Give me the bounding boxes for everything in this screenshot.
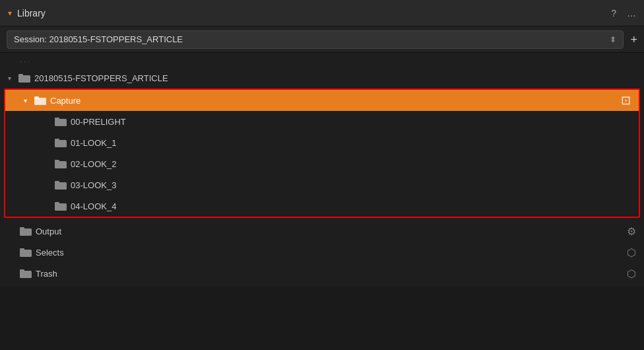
help-button[interactable]: ?: [611, 8, 616, 18]
svg-rect-3: [34, 96, 39, 99]
subfolder-label: 03-LOOK_3: [71, 180, 639, 190]
output-folder-icon: [20, 227, 32, 236]
subfolder-label: 01-LOOK_1: [71, 138, 639, 148]
subfolder-label: 02-LOOK_2: [71, 159, 639, 169]
capture-camera-icon: ⊡: [621, 93, 631, 108]
svg-rect-9: [55, 160, 59, 162]
svg-rect-19: [20, 269, 24, 272]
session-dropdown-arrow: ⬍: [610, 35, 616, 44]
subfolder-icon: [55, 201, 67, 211]
session-bar: Session: 20180515-FSTOPPERS_ARTICLE ⬍ +: [0, 26, 644, 53]
capture-children-list: 00-PRELIGHT 01-LOOK_1 02: [5, 111, 639, 217]
output-settings-icon: ⚙: [627, 225, 636, 238]
selects-export-icon: ⬡: [627, 246, 636, 259]
svg-rect-1: [18, 74, 23, 77]
capture-folder-row[interactable]: ▾ Capture ⊡: [5, 90, 639, 111]
subfolder-icon: [55, 180, 67, 190]
trash-folder-row[interactable]: Trash ⬡: [0, 263, 644, 284]
scroll-hint-row: · · ·: [0, 55, 644, 67]
svg-rect-11: [55, 181, 59, 184]
trash-folder-label: Trash: [36, 269, 627, 279]
session-folder-row[interactable]: ▾ 20180515-FSTOPPERS_ARTICLE: [0, 67, 644, 88]
bottom-folders: Output ⚙ Selects ⬡ Trash ⬡: [0, 221, 644, 284]
svg-rect-17: [20, 248, 24, 251]
output-folder-row[interactable]: Output ⚙: [0, 221, 644, 242]
session-selector[interactable]: Session: 20180515-FSTOPPERS_ARTICLE ⬍: [7, 30, 624, 49]
output-folder-label: Output: [36, 227, 627, 236]
session-label: Session: 20180515-FSTOPPERS_ARTICLE: [14, 34, 183, 44]
subfolder-icon: [55, 138, 67, 147]
capture-chevron: ▾: [24, 97, 32, 104]
svg-rect-5: [55, 118, 59, 120]
subfolder-icon: [55, 159, 67, 168]
panel-title: Library: [17, 8, 611, 18]
session-folder-label: 20180515-FSTOPPERS_ARTICLE: [34, 73, 644, 83]
add-session-button[interactable]: +: [630, 34, 637, 46]
svg-rect-15: [20, 227, 24, 230]
list-item[interactable]: 04-LOOK_4: [5, 195, 639, 217]
subfolder-icon: [55, 117, 67, 126]
more-options-button[interactable]: …: [627, 8, 636, 18]
library-header: ▾ Library ? …: [0, 0, 644, 26]
list-item[interactable]: 03-LOOK_3: [5, 174, 639, 195]
session-folder-icon: [18, 73, 30, 83]
subfolder-label: 04-LOOK_4: [71, 201, 639, 211]
capture-folder-icon: [34, 96, 46, 105]
session-folder-chevron: ▾: [8, 75, 16, 82]
subfolder-label: 00-PRELIGHT: [71, 117, 639, 127]
list-item[interactable]: 02-LOOK_2: [5, 153, 639, 174]
capture-group-border: ▾ Capture ⊡ 00-PRELIGHT: [4, 88, 640, 218]
capture-folder-label: Capture: [50, 96, 621, 106]
selects-folder-row[interactable]: Selects ⬡: [0, 242, 644, 263]
selects-folder-label: Selects: [36, 248, 627, 258]
selects-folder-icon: [20, 248, 32, 257]
svg-rect-7: [55, 139, 59, 141]
list-item[interactable]: 01-LOOK_1: [5, 132, 639, 153]
list-item[interactable]: 00-PRELIGHT: [5, 111, 639, 132]
trash-delete-icon: ⬡: [627, 267, 636, 280]
trash-folder-icon: [20, 269, 32, 278]
svg-rect-13: [55, 202, 59, 205]
library-tree: · · · ▾ 20180515-FSTOPPERS_ARTICLE ▾ Cap…: [0, 53, 644, 287]
collapse-chevron[interactable]: ▾: [8, 9, 12, 18]
